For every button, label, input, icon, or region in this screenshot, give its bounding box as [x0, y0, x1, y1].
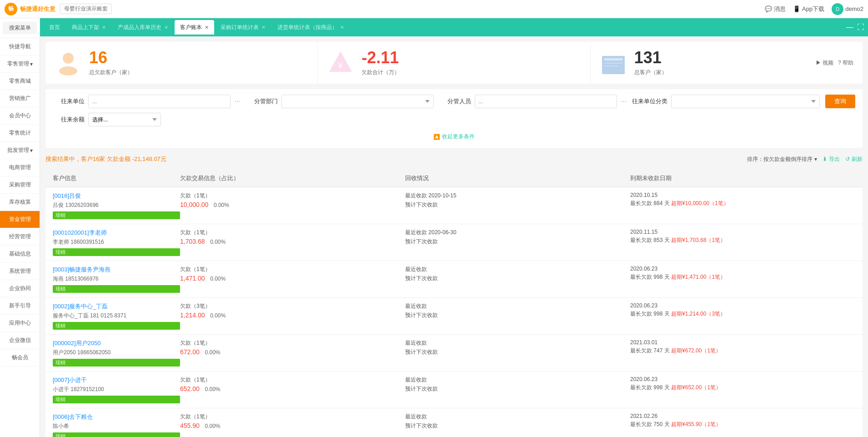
overdue-info-6: 2020.06.23 最长欠款 998 天 超期¥652.00（1笔） [630, 376, 855, 392]
top-bar-left: 畅 畅捷通好生意 母婴行业演示账套 [5, 3, 112, 15]
customer-name-link-3[interactable]: [0003]畅捷服务尹海燕 [53, 266, 180, 274]
stats-row: 16 总欠款客户（家） ¥ -2.11 欠款合计（万） [45, 42, 863, 84]
sidebar-item-ecommerce[interactable]: 电商管理 [0, 159, 40, 176]
filter-unit-category-select[interactable] [671, 95, 820, 108]
export-icon: ⬇ [823, 156, 827, 162]
customer-tag-4: 现销 [53, 322, 180, 330]
filter-unit-category-label: 往来单位分类 [632, 97, 667, 105]
tab-close-product-off[interactable]: ✕ [102, 25, 106, 30]
search-button[interactable]: 查询 [825, 95, 855, 108]
sidebar-item-finance[interactable]: 资金管理 [0, 211, 40, 228]
filter-balance-select[interactable]: 选择... [88, 113, 161, 126]
filter-dept-select[interactable] [281, 95, 434, 108]
col-recovery: 回收情况 [405, 174, 630, 182]
tab-close-purchase-order[interactable]: ✕ [261, 25, 266, 30]
sidebar-item-quick-nav[interactable]: 快捷导航 [0, 38, 40, 55]
tab-close-customer-account[interactable]: ✕ [205, 25, 209, 30]
customer-name-link-2[interactable]: [0001020001]李老师 [53, 229, 180, 237]
col-overdue: 到期未收款日期 [630, 174, 855, 182]
filter-from-unit-input[interactable] [88, 95, 231, 108]
tab-expand-btn[interactable]: ⛶ [857, 23, 864, 31]
sidebar-item-retail-mgmt[interactable]: 零售管理 ▾ [0, 55, 40, 73]
sidebar-item-inventory[interactable]: 库存核算 [0, 194, 40, 211]
results-info: 搜索结果中，客户16家 欠款金额 -21,148.07元 [45, 155, 166, 163]
overdue-link-5[interactable]: 超期¥672.00（1笔） [671, 347, 721, 354]
debt-amount-4: 1,214.00 [180, 311, 205, 319]
message-btn[interactable]: 💬 消息 [765, 5, 786, 13]
filter-row-2: 往来余额 选择... [53, 113, 855, 126]
tab-purchase-order-stats[interactable]: 采购订单统计表 ✕ [215, 20, 271, 35]
tab-customer-account[interactable]: 客户账本 ✕ [175, 20, 214, 35]
tab-home[interactable]: 首页 [44, 20, 65, 35]
customer-name-link-1[interactable]: [0016]吕俊 [53, 192, 180, 200]
customer-tag-5: 现销 [53, 359, 180, 367]
tab-production-history[interactable]: 产成品入库单历史 ✕ [112, 20, 174, 35]
customer-name-link-7[interactable]: [0006]去下粮仓 [53, 413, 180, 421]
tab-product-off[interactable]: 商品上下架 ✕ [66, 20, 111, 35]
table-row: [0006]去下粮仓 陈小希 现销 欠款（1笔） 455.90 0.00% [45, 408, 863, 437]
customer-info-6: [0007]小进干 小进干 18279152100 现销 [53, 376, 180, 403]
table-header: 客户信息 欠款交易信息（占比） 回收情况 到期未收款日期 [45, 170, 863, 187]
export-btn[interactable]: ⬇ 导出 [823, 156, 840, 163]
main-layout: 搜索菜单 快捷导航 零售管理 ▾ 零售商城 营销推广 会员中心 零售统计 批 [0, 18, 868, 437]
customer-name-link-5[interactable]: [000002]用户2050 [53, 339, 180, 347]
sidebar-item-marketing[interactable]: 营销推广 [0, 90, 40, 107]
video-btn[interactable]: ▶ 视频 [816, 59, 833, 67]
tab-import-stats[interactable]: 进货单统计表（按商品） ✕ [272, 20, 350, 35]
sidebar-item-enterprise-wechat[interactable]: 企业微信 [0, 332, 40, 349]
refresh-icon: ↺ [845, 156, 850, 162]
sidebar-item-purchase[interactable]: 采购管理 [0, 176, 40, 194]
refresh-btn[interactable]: ↺ 刷新 [845, 156, 863, 163]
table-row: [000002]用户2050 用户2050 18665062050 现销 欠款（… [45, 335, 863, 372]
customer-name-link-4[interactable]: [0002]服务中心_丁磊 [53, 302, 180, 311]
sidebar-item-new-guide[interactable]: 新手引导 [0, 297, 40, 315]
table-row: [0003]畅捷服务尹海燕 海燕 18513066976 现销 欠款（1笔） 1… [45, 261, 863, 298]
sidebar-item-batch-mgmt[interactable]: 批发管理 ▾ [0, 142, 40, 159]
customer-info-2: [0001020001]李老师 李老师 18600391516 现销 [53, 229, 180, 256]
customer-contact-3: 海燕 18513066976 [53, 275, 180, 283]
customer-contact-7: 陈小希 [53, 422, 180, 430]
sidebar-item-vip[interactable]: 畅会员 [0, 349, 40, 367]
overdue-link-3[interactable]: 超期¥1,471.00（1笔） [671, 274, 726, 280]
overdue-link-6[interactable]: 超期¥652.00（1笔） [671, 384, 721, 391]
sidebar-item-system[interactable]: 系统管理 [0, 263, 40, 280]
message-icon: 💬 [765, 5, 772, 12]
overdue-link-4[interactable]: 超期¥1,214.00（3笔） [671, 311, 726, 317]
filter-manager-input[interactable] [475, 95, 617, 108]
store-selector[interactable]: 母婴行业演示账套 [60, 4, 112, 14]
stat-content-customers: 16 总欠款客户（家） [89, 50, 308, 76]
customer-name-link-6[interactable]: [0007]小进干 [53, 376, 180, 384]
sidebar-item-member[interactable]: 会员中心 [0, 107, 40, 125]
sort-button[interactable]: 排序：按欠款金额倒序排序 ▾ [747, 156, 817, 163]
overdue-info-4: 2020.06.23 最长欠款 998 天 超期¥1,214.00（3笔） [630, 302, 855, 318]
collapse-btn[interactable]: 🔼 收起更多条件 [53, 131, 855, 142]
help-btn[interactable]: ? 帮助 [838, 59, 853, 67]
sidebar-item-enterprise[interactable]: 企业协同 [0, 280, 40, 297]
sidebar-item-app-center[interactable]: 应用中心 [0, 315, 40, 332]
filter-from-unit-dots[interactable]: ··· [234, 97, 240, 105]
svg-rect-7 [604, 65, 618, 66]
sidebar-item-basic-info[interactable]: 基础信息 [0, 246, 40, 263]
tab-close-production-history[interactable]: ✕ [164, 25, 168, 30]
recovery-info-1: 最近收款 2020-10-15 预计下次收款 [405, 192, 630, 209]
sidebar-item-retail-mall[interactable]: 零售商城 [0, 73, 40, 90]
overdue-link-1[interactable]: 超期¥10,000.00（1笔） [671, 200, 729, 206]
debt-percent-5: 0.00% [205, 349, 220, 356]
tab-close-import-stats[interactable]: ✕ [340, 25, 344, 30]
overdue-link-7[interactable]: 超期¥455.90（1笔） [671, 421, 721, 427]
filter-manager-dots[interactable]: ··· [621, 97, 627, 105]
overdue-link-2[interactable]: 超期¥1,703.68（1笔） [671, 237, 726, 243]
user-profile[interactable]: D demo2 [832, 3, 863, 15]
chevron-down-icon-2: ▾ [30, 147, 33, 154]
sidebar-item-retail-stats[interactable]: 零售统计 [0, 125, 40, 142]
search-menu-btn[interactable]: 搜索菜单 [3, 22, 37, 34]
stat-icon-debt: ¥ [327, 49, 354, 76]
app-download-btn[interactable]: 📱 App下载 [793, 5, 824, 13]
tab-collapse-btn[interactable]: — [846, 23, 853, 31]
filter-from-unit-label: 往来单位 [53, 97, 85, 105]
stat-card-total-customers: 131 总客户（家） ▶ 视频 ? 帮助 [591, 42, 863, 84]
customer-info-5: [000002]用户2050 用户2050 18665062050 现销 [53, 339, 180, 367]
col-customer-info: 客户信息 [53, 174, 180, 182]
filter-unit-category: 往来单位分类 [632, 95, 820, 108]
sidebar-item-operations[interactable]: 经营管理 [0, 228, 40, 246]
